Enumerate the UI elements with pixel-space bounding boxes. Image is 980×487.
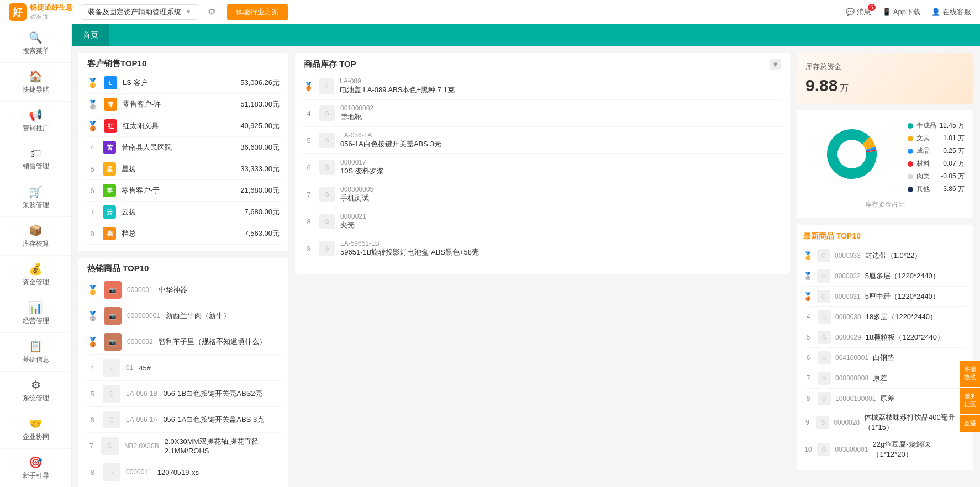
new-products-title: 最新商品 TOP10: [803, 231, 967, 241]
scroll-down-button[interactable]: ▼: [770, 59, 781, 70]
product-thumbnail: 📷: [104, 307, 122, 325]
tab-home[interactable]: 首页: [72, 24, 109, 46]
customer-rank-list: 🥇 L LS 客户 53,006.26元 🥈 零 零售客户-许 51,183.0…: [78, 72, 288, 251]
new-product-code: 0000028: [834, 419, 860, 426]
finance-icon: 💰: [29, 262, 43, 276]
legend-dot: [908, 136, 913, 141]
rank-medal: 🥉: [87, 121, 98, 131]
new-product-code: 0000030: [835, 313, 861, 321]
hot-item: 5 G LA-056-1B 056-1B白色按键开关壳ABS2壳: [85, 381, 282, 407]
inv-name: 10S 变料罗浆: [340, 166, 781, 176]
rank-number: 7: [803, 374, 813, 382]
sidebar-item-operations[interactable]: 📊 经营管理: [0, 294, 71, 333]
product-name: 新西兰牛肉（新牛）: [166, 311, 230, 321]
new-product-name: 5厘中纤（1220*2440）: [865, 292, 940, 301]
legend-list: 半成品 12.45 万 文具 1.01 万 成品 0.25 万 材料 0.07 …: [908, 119, 965, 195]
customer-amount: 21,680.00元: [240, 186, 280, 195]
sidebar-item-sales[interactable]: 🏷 销售管理: [0, 140, 71, 178]
rank-number: 8: [87, 468, 97, 477]
product-thumbnail: G: [103, 385, 120, 403]
message-icon: 💬: [846, 8, 855, 16]
gear-button[interactable]: ⚙: [203, 3, 220, 21]
inv-thumbnail: G: [319, 214, 335, 229]
sidebar-item-finance[interactable]: 💰 资金管理: [0, 256, 71, 294]
rank-item: 6 零 零售客户-于 21,680.00元: [85, 180, 282, 202]
sidebar-item-marketing[interactable]: 📢 营销推广: [0, 102, 71, 140]
sidebar-item-quicknav[interactable]: 🏠 快捷导航: [0, 63, 71, 102]
cs-hotline-button[interactable]: 客服热线: [960, 361, 980, 387]
new-product-name: 原差: [880, 394, 894, 404]
rank-number: 7: [87, 208, 97, 216]
sidebar: 🔍 搜索菜单 🏠 快捷导航 📢 营销推广 🏷 销售管理 🛒 采购管理 📦 库存核…: [0, 24, 72, 487]
new-product-item: 10 G 003800001 22g鱼豆腐-烧烤味（1*12*20）: [803, 436, 967, 463]
cs-live-button[interactable]: 直播: [960, 415, 980, 432]
hot-item: 🥉 📷 0000002 智利车子里（规格不知道填什么）: [85, 329, 282, 355]
right-column: 库存总资金 9.88 万: [797, 53, 973, 487]
product-thumbnail: G: [103, 359, 120, 377]
system-selector[interactable]: 装备及固定资产辅助管理系统 ▼: [81, 4, 198, 20]
customer-ranking-title: 客户销售TOP10: [87, 59, 146, 69]
hot-products-list: 🥇 📷 0000001 中华神器 🥈 📷 000500001 新西兰牛肉（新牛）…: [78, 277, 288, 487]
inventory-item: 7 G 000800005 手机测试: [302, 181, 783, 208]
inv-name: 手机测试: [340, 193, 781, 203]
product-name: 12070519-xs: [157, 468, 199, 477]
product-name: 2.0X30MM双搓花轴,搓花直径2.1MM/ROHS: [165, 437, 280, 455]
customer-amount: 36,600.00元: [240, 142, 280, 152]
product-name: 中华神器: [159, 285, 187, 295]
sidebar-item-guide[interactable]: 🎯 新手引导: [0, 449, 71, 487]
inv-info: 0000017 10S 变料罗浆: [340, 158, 781, 176]
system-icon: ⚙: [31, 378, 41, 391]
stock-label: 库存总资金: [805, 62, 841, 72]
messages-button[interactable]: 💬 消息 6: [846, 7, 871, 17]
sidebar-item-search[interactable]: 🔍 搜索菜单: [0, 24, 71, 63]
rank-item: 5 星 星扬 33,333.00元: [85, 158, 282, 180]
stock-amount: 9.88: [805, 76, 837, 94]
messages-badge: 6: [868, 4, 876, 11]
legend-item: 半成品 12.45 万: [908, 119, 965, 132]
rank-item: 🥇 L LS 客户 53,006.26元: [85, 72, 282, 94]
sidebar-item-purchase[interactable]: 🛒 采购管理: [0, 178, 71, 217]
sidebar-item-basic[interactable]: 📋 基础信息: [0, 333, 71, 372]
hot-item: 6 G LA-056-1A 056-1A白色按键开关盖ABS 3克: [85, 407, 282, 433]
inventory-header: 商品库存 TOP ▼: [295, 53, 790, 73]
inventory-item: 4 G 001000002 雪地靴: [302, 100, 783, 127]
header-right: 💬 消息 6 📱 App下载 👤 在线客服: [846, 7, 971, 17]
sidebar-label-collab: 企业协同: [23, 432, 49, 442]
chart-subtitle: 库存资金占比: [805, 200, 965, 209]
rank-medal: 🥉: [304, 82, 313, 91]
hot-item: 7 G NB2.0X30B 2.0X30MM双搓花轴,搓花直径2.1MM/ROH…: [85, 433, 282, 459]
sidebar-item-inventory[interactable]: 📦 库存核算: [0, 217, 71, 256]
sidebar-item-system[interactable]: ⚙ 系统管理: [0, 372, 71, 410]
inv-info: LA-089 电池盖 LA-089 ABS本色+黑种 7.1克: [340, 77, 781, 95]
hot-products-panel: 热销商品 TOP10 🥇 📷 0000001 中华神器 🥈 📷 00050000…: [78, 258, 288, 487]
inv-name: 056-1A白色按键开关盖ABS 3壳: [340, 139, 781, 149]
customer-amount: 53,006.26元: [240, 78, 280, 88]
cs-community-button[interactable]: 服务社区: [960, 388, 980, 414]
rank-number: 4: [87, 144, 97, 152]
sidebar-item-collab[interactable]: 🤝 企业协同: [0, 410, 71, 449]
legend-label: 成品: [916, 146, 940, 156]
donut-chart: [824, 126, 879, 182]
service-icon: 👤: [931, 8, 940, 16]
sidebar-label-sales: 销售管理: [23, 162, 49, 171]
new-product-thumbnail: G: [818, 351, 831, 364]
logo-text: 畅捷通好生意 标准版: [30, 3, 73, 21]
customer-name: 零售客户-于: [122, 186, 235, 195]
app-download-button[interactable]: 📱 App下载: [882, 7, 920, 17]
new-product-item: 6 G 004100001 白钢垫: [803, 348, 967, 368]
product-name: 智利车子里（规格不知道填什么）: [159, 337, 266, 347]
trial-button[interactable]: 体验行业方案: [227, 4, 288, 20]
rank-number: 6: [87, 416, 97, 424]
inv-thumbnail: G: [319, 133, 335, 148]
new-product-code: 0000033: [835, 252, 861, 260]
hot-item: 8 G 0000011 12070519-xs: [85, 459, 282, 485]
inv-code: 000800005: [340, 186, 781, 193]
legend-label: 其他: [916, 184, 938, 194]
product-code: 000500001: [127, 312, 160, 320]
sidebar-label-system: 系统管理: [23, 394, 49, 403]
product-thumbnail: 📷: [104, 281, 122, 299]
legend-item: 文具 1.01 万: [908, 132, 965, 145]
online-service-button[interactable]: 👤 在线客服: [931, 7, 971, 17]
inv-name: 59651-1B旋转投影灯电池盒 ABS黑色+58壳: [340, 247, 781, 257]
new-product-thumbnail: G: [818, 331, 831, 344]
